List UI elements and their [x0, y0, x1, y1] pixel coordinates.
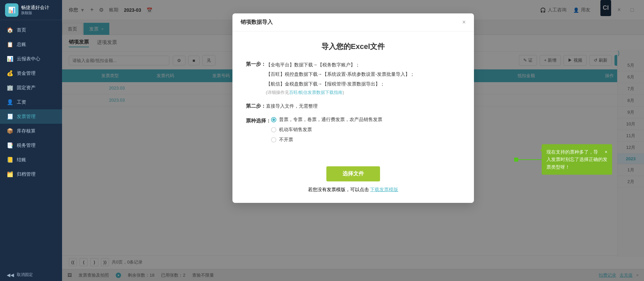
sidebar-item-home[interactable]: 🏠 首页 — [0, 23, 62, 37]
app-edition: 旗舰版 — [21, 10, 49, 15]
dialog-footer: 选择文件 若您没有发票模版，可以点击 下载发票模版 — [232, 160, 474, 203]
main-area: 你您 ▼ + ⚙ 账期 2023-03 📅 🎧 人工咨询 👤 用友 — [62, 0, 644, 281]
reports-icon: 📊 — [7, 56, 13, 62]
sidebar-item-closing[interactable]: 📒 结账 — [0, 153, 62, 167]
sidebar-item-tax-label: 税务管理 — [17, 143, 36, 149]
sidebar-item-salary[interactable]: 👤 工资 — [0, 95, 62, 109]
logo-icon: 📊 — [5, 3, 18, 17]
logo-text-block: 畅捷通好会计 旗舰版 — [21, 4, 49, 15]
step-2-row: 第二步： 直接导入文件，无需整理 — [246, 102, 461, 110]
sidebar-item-invoice[interactable]: 🧾 发票管理 — [0, 109, 62, 124]
invoice-icon: 🧾 — [7, 113, 13, 120]
step-1-link: (详细操作见百旺/航信发票数据下载指南) — [266, 90, 415, 96]
salary-icon: 👤 — [7, 99, 13, 105]
dialog-overlay: 销项数据导入 × 导入您的Excel文件 第一步： 【全电平台】数据下载→【税务… — [62, 0, 644, 281]
sidebar-item-general-ledger[interactable]: 📋 总账 — [0, 37, 62, 52]
select-file-button[interactable]: 选择文件 — [326, 166, 380, 181]
download-hint-area: 若您没有发票模版，可以点击 下载发票模版 — [308, 187, 398, 193]
sidebar-item-finance[interactable]: 💰 资金管理 — [0, 66, 62, 80]
sidebar-item-closing-label: 结账 — [17, 157, 26, 163]
tooltip-container: × 现在支持的票种多了，导入发票时别忘了选择正确的发票类型呀！ — [514, 144, 612, 175]
sidebar-item-reports-label: 云报表中心 — [17, 56, 40, 62]
dialog-body: 导入您的Excel文件 第一步： 【全电平台】数据下载→【税务数字账户】； 【百… — [232, 32, 474, 160]
radio-item-1[interactable]: 普票，专票，卷票，通行费发票，农产品销售发票 — [271, 117, 382, 123]
radio-label-2: 机动车销售发票 — [279, 127, 312, 133]
sidebar-item-invoice-label: 发票管理 — [17, 114, 36, 120]
step-1-row: 第一步： 【全电平台】数据下载→【税务数字账户】； 【百旺】税控盘数据下载→【系… — [246, 61, 461, 96]
dialog-title: 销项数据导入 — [240, 19, 273, 26]
guide-link[interactable]: 百旺/航信发票数据下载指南 — [289, 90, 343, 95]
download-template-link[interactable]: 下载发票模版 — [370, 187, 398, 192]
tooltip-arrow — [539, 149, 542, 152]
radio-item-2[interactable]: 机动车销售发票 — [271, 127, 382, 133]
inventory-icon: 📦 — [7, 128, 13, 134]
tooltip-line — [518, 159, 542, 160]
step-1-content: 【全电平台】数据下载→【税务数字账户】； 【百旺】税控盘数据下载→【系统设置-系… — [266, 61, 415, 96]
import-dialog: 销项数据导入 × 导入您的Excel文件 第一步： 【全电平台】数据下载→【税务… — [232, 13, 474, 203]
tooltip-dot — [514, 158, 518, 162]
ledger-icon: 📋 — [7, 41, 13, 48]
step-1-line-2: 【百旺】税控盘数据下载→【系统设置-系统参数设置-发票批量导入】； — [266, 70, 415, 78]
sidebar-unpin-label: 取消固定 — [17, 272, 33, 278]
step-1-label: 第一步： — [246, 61, 266, 96]
tooltip-box: × 现在支持的票种多了，导入发票时别忘了选择正确的发票类型呀！ — [542, 144, 612, 175]
sidebar: 📊 畅捷通好会计 旗舰版 🏠 首页 📋 总账 📊 云报表中心 💰 资金管理 — [0, 0, 62, 281]
sidebar-item-inventory-label: 库存核算 — [17, 128, 36, 134]
archive-icon: 🗂️ — [7, 171, 13, 177]
tax-icon: 📑 — [7, 142, 13, 149]
ticket-select-section: 票种选择： 普票，专票，卷票，通行费发票，农产品销售发票 机动车销售发票 — [246, 117, 461, 143]
radio-item-3[interactable]: 不开票 — [271, 137, 382, 143]
finance-icon: 💰 — [7, 70, 13, 76]
ticket-select-row: 票种选择： 普票，专票，卷票，通行费发票，农产品销售发票 机动车销售发票 — [246, 117, 461, 143]
sidebar-nav: 🏠 首页 📋 总账 📊 云报表中心 💰 资金管理 🏢 固定资产 👤 工资 — [0, 20, 62, 269]
step-1-line-3: 【航信】金税盘数据下载→【报税管理-发票数据导出】； — [266, 80, 415, 88]
sidebar-item-salary-label: 工资 — [17, 99, 26, 105]
sidebar-item-tax[interactable]: 📑 税务管理 — [0, 138, 62, 153]
sidebar-item-archive-label: 归档管理 — [17, 171, 36, 177]
sidebar-item-reports[interactable]: 📊 云报表中心 — [0, 52, 62, 66]
radio-label-3: 不开票 — [279, 137, 293, 143]
sidebar-item-assets[interactable]: 🏢 固定资产 — [0, 80, 62, 95]
dialog-header: 销项数据导入 × — [232, 13, 474, 32]
ticket-select-label: 票种选择： — [246, 118, 271, 124]
app-name: 畅捷通好会计 — [21, 4, 49, 10]
step-2-section: 第二步： 直接导入文件，无需整理 — [246, 102, 461, 110]
sidebar-item-inventory[interactable]: 📦 库存核算 — [0, 124, 62, 138]
radio-circle-1[interactable] — [271, 117, 276, 122]
pin-icon: ◀◀ — [7, 272, 13, 278]
dialog-main-title: 导入您的Excel文件 — [246, 42, 461, 52]
sidebar-unpin[interactable]: ◀◀ 取消固定 — [0, 269, 62, 281]
radio-circle-2[interactable] — [271, 127, 276, 132]
radio-circle-3[interactable] — [271, 137, 276, 143]
radio-label-1: 普票，专票，卷票，通行费发票，农产品销售发票 — [279, 117, 382, 123]
radio-group: 普票，专票，卷票，通行费发票，农产品销售发票 机动车销售发票 不开票 — [271, 117, 382, 143]
assets-icon: 🏢 — [7, 85, 13, 91]
step-2-label: 第二步： — [246, 103, 266, 109]
step-1-section: 第一步： 【全电平台】数据下载→【税务数字账户】； 【百旺】税控盘数据下载→【系… — [246, 61, 461, 96]
sidebar-item-finance-label: 资金管理 — [17, 70, 36, 76]
tooltip-text: 现在支持的票种多了，导入发票时别忘了选择正确的发票类型呀！ — [546, 149, 607, 170]
sidebar-item-home-label: 首页 — [17, 27, 26, 33]
step-1-line-1: 【全电平台】数据下载→【税务数字账户】； — [266, 61, 415, 68]
sidebar-item-ledger-label: 总账 — [17, 42, 26, 48]
app-logo: 📊 畅捷通好会计 旗舰版 — [0, 0, 62, 20]
home-icon: 🏠 — [7, 27, 13, 33]
dialog-close-button[interactable]: × — [462, 19, 466, 26]
closing-icon: 📒 — [7, 157, 13, 163]
sidebar-item-assets-label: 固定资产 — [17, 85, 36, 91]
step-2-content: 直接导入文件，无需整理 — [266, 102, 318, 110]
download-hint-text: 若您没有发票模版，可以点击 — [308, 187, 369, 192]
tooltip-close-button[interactable]: × — [605, 148, 607, 156]
sidebar-item-archive[interactable]: 🗂️ 归档管理 — [0, 167, 62, 181]
